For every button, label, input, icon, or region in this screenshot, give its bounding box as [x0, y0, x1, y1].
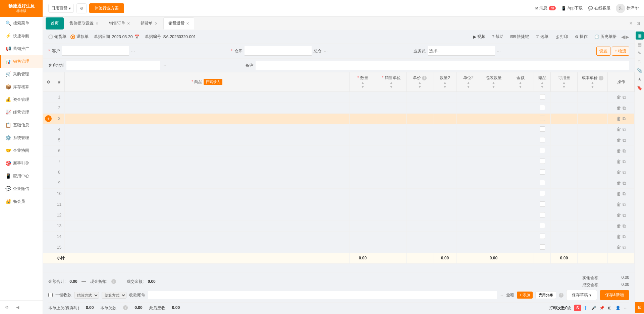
sidebar-item-newbie[interactable]: 🎯 新手引导: [0, 157, 43, 170]
row-unit-cell[interactable]: [376, 178, 407, 188]
prev-record-btn[interactable]: ◀: [621, 34, 625, 40]
row-qty2-cell[interactable]: [433, 242, 457, 253]
tab-sales-return-close[interactable]: ×: [186, 21, 189, 26]
gift-checkbox[interactable]: [540, 180, 545, 185]
row-available-cell[interactable]: [551, 135, 578, 145]
copy-row-btn[interactable]: ⧉: [623, 202, 626, 207]
row-gift-cell[interactable]: [534, 124, 551, 135]
row-qty-cell[interactable]: [350, 199, 376, 210]
row-qty2-cell[interactable]: [433, 221, 457, 231]
industry-dropdown[interactable]: 日用百货 ▾: [48, 4, 74, 13]
gift-checkbox[interactable]: [540, 191, 545, 196]
row-available-cell[interactable]: [551, 188, 578, 199]
message-btn[interactable]: ✉ 消息 70: [535, 5, 556, 11]
copy-row-btn[interactable]: ⧉: [623, 234, 626, 240]
row-qty2-cell[interactable]: [433, 103, 457, 113]
select-order-action[interactable]: ☑ 选单: [534, 33, 550, 41]
add-row-btn[interactable]: +: [45, 115, 52, 122]
row-cost-cell[interactable]: [578, 135, 608, 145]
help-action[interactable]: ? 帮助: [490, 33, 505, 41]
row-product-cell[interactable]: [65, 210, 350, 221]
row-available-cell[interactable]: [551, 199, 578, 210]
taskbar-mic-icon[interactable]: 🎤: [590, 305, 597, 311]
row-amount-cell[interactable]: [507, 188, 534, 199]
row-amount-cell[interactable]: [507, 199, 534, 210]
row-available-cell[interactable]: [551, 167, 578, 178]
row-unit2-cell[interactable]: [457, 92, 480, 103]
row-qty2-cell[interactable]: [433, 124, 457, 135]
row-amount-cell[interactable]: [507, 145, 534, 156]
trial-btn[interactable]: 体验行业方案: [89, 3, 124, 13]
row-unit-cell[interactable]: [376, 167, 407, 178]
tab-sales[interactable]: 销货单 ×: [136, 17, 162, 29]
row-unit2-cell[interactable]: [457, 210, 480, 221]
row-gift-cell[interactable]: [534, 156, 551, 167]
row-available-cell[interactable]: [551, 92, 578, 103]
tab-sales-return[interactable]: 销货退货 ×: [163, 17, 194, 29]
right-btn-edit[interactable]: ✎: [636, 49, 644, 57]
row-pack-qty-cell[interactable]: [480, 92, 507, 103]
row-gift-cell[interactable]: [534, 242, 551, 253]
logistics-btn[interactable]: + 物流: [612, 47, 629, 56]
row-unit-cell[interactable]: [376, 221, 407, 231]
row-unit2-cell[interactable]: [457, 124, 480, 135]
delete-row-btn[interactable]: 🗑: [616, 116, 621, 122]
row-unit2-cell[interactable]: [457, 135, 480, 145]
row-amount-cell[interactable]: [507, 156, 534, 167]
row-qty-cell[interactable]: [350, 231, 376, 242]
tab-home[interactable]: 首页: [46, 17, 64, 29]
right-btn-bookmark[interactable]: 🔖: [636, 84, 644, 92]
warehouse-input[interactable]: [245, 46, 312, 56]
row-amount-cell[interactable]: [507, 221, 534, 231]
row-pack-qty-cell[interactable]: [480, 178, 507, 188]
row-unit-cell[interactable]: [376, 124, 407, 135]
row-available-cell[interactable]: [551, 145, 578, 156]
row-product-cell[interactable]: [65, 156, 350, 167]
row-product-cell[interactable]: [65, 92, 350, 103]
max-tab-btn[interactable]: ⊡: [635, 21, 641, 26]
delete-row-btn[interactable]: 🗑: [616, 223, 621, 229]
copy-row-btn[interactable]: ⧉: [623, 127, 626, 132]
row-cost-cell[interactable]: [578, 92, 608, 103]
row-pack-qty-cell[interactable]: [480, 210, 507, 221]
copy-row-btn[interactable]: ⧉: [623, 105, 626, 111]
row-available-cell[interactable]: [551, 242, 578, 253]
row-unit-cell[interactable]: [376, 92, 407, 103]
online-service-btn[interactable]: 💬 在线客服: [588, 5, 610, 11]
gift-checkbox[interactable]: [540, 116, 545, 121]
row-pack-qty-cell[interactable]: [480, 156, 507, 167]
row-qty-cell[interactable]: [350, 167, 376, 178]
row-qty-cell[interactable]: [350, 124, 376, 135]
row-unit2-cell[interactable]: [457, 145, 480, 156]
row-qty2-cell[interactable]: [433, 145, 457, 156]
row-qty-cell[interactable]: [350, 135, 376, 145]
row-price-cell[interactable]: [407, 156, 433, 167]
taskbar-s-icon[interactable]: S: [574, 305, 581, 311]
row-unit-cell[interactable]: [376, 103, 407, 113]
row-gift-cell[interactable]: [534, 113, 551, 124]
row-unit2-cell[interactable]: [457, 221, 480, 231]
row-pack-qty-cell[interactable]: [480, 103, 507, 113]
row-qty-cell[interactable]: [350, 103, 376, 113]
row-product-cell[interactable]: [65, 124, 350, 135]
row-unit-cell[interactable]: [376, 188, 407, 199]
history-action[interactable]: 🕐 历史单据: [592, 33, 619, 41]
row-amount-cell[interactable]: [507, 92, 534, 103]
next-record-btn[interactable]: ▶: [626, 34, 629, 40]
sidebar-settings-btn[interactable]: ⚙: [3, 303, 11, 311]
gift-checkbox[interactable]: [540, 244, 545, 250]
row-product-cell[interactable]: [65, 199, 350, 210]
row-product-cell[interactable]: [65, 242, 350, 253]
row-qty-cell[interactable]: [350, 92, 376, 103]
close-tab-btn[interactable]: ✕: [628, 21, 634, 26]
delete-row-btn[interactable]: 🗑: [616, 127, 621, 132]
row-unit2-cell[interactable]: [457, 156, 480, 167]
row-qty-cell[interactable]: [350, 221, 376, 231]
row-pack-qty-cell[interactable]: [480, 124, 507, 135]
row-unit-cell[interactable]: [376, 210, 407, 221]
row-pack-qty-cell[interactable]: [480, 199, 507, 210]
row-pack-qty-cell[interactable]: [480, 145, 507, 156]
customer-select-btn[interactable]: ···: [131, 48, 135, 54]
delete-row-btn[interactable]: 🗑: [616, 245, 621, 250]
row-pack-qty-cell[interactable]: [480, 135, 507, 145]
